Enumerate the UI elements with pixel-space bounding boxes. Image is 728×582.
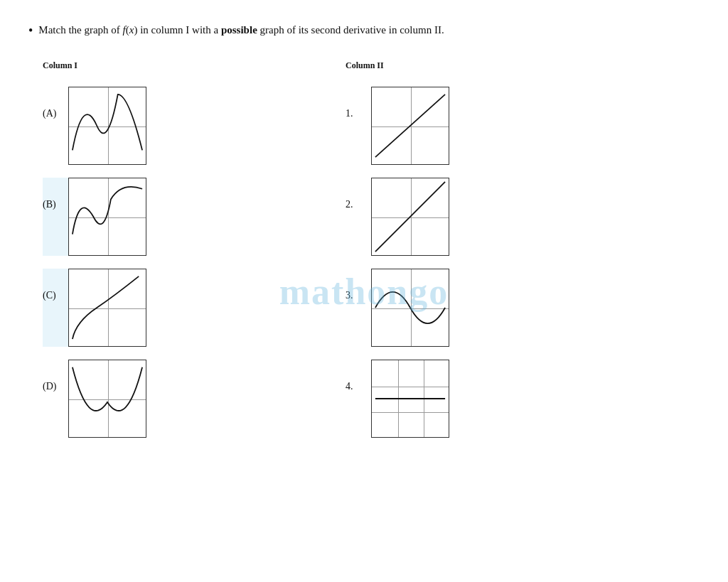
column-2: Column II 1. 2. xyxy=(346,60,449,438)
question-container: • Match the graph of f(x) in column I wi… xyxy=(28,21,700,41)
graph-1 xyxy=(371,87,449,165)
graph-row-1: 1. xyxy=(346,87,449,165)
graph-row-D: (D) xyxy=(43,360,146,438)
label-2: 2. xyxy=(346,178,365,210)
graph-A xyxy=(68,87,146,165)
column-2-label: Column II xyxy=(346,60,449,71)
graph-4 xyxy=(371,360,449,438)
svg-line-0 xyxy=(375,95,445,157)
graph-2 xyxy=(371,178,449,256)
bullet-point: • xyxy=(28,21,33,41)
svg-D xyxy=(69,360,146,437)
svg-3 xyxy=(372,269,449,346)
graph-row-C: (C) xyxy=(43,269,146,347)
svg-4 xyxy=(372,360,449,437)
label-4: 4. xyxy=(346,360,365,392)
graph-row-A: (A) xyxy=(43,87,146,165)
label-1: 1. xyxy=(346,87,365,119)
label-B: (B) xyxy=(43,178,63,210)
label-A: (A) xyxy=(43,87,63,119)
label-C: (C) xyxy=(43,269,63,301)
columns-container: Column I (A) (B) xyxy=(43,60,700,438)
question-text: Match the graph of f(x) in column I with… xyxy=(38,21,444,38)
label-D: (D) xyxy=(43,360,63,392)
svg-C xyxy=(69,269,146,346)
svg-2 xyxy=(372,178,449,255)
svg-line-1 xyxy=(375,182,445,252)
graph-C xyxy=(68,269,146,347)
column-1: Column I (A) (B) xyxy=(43,60,146,438)
graph-row-4: 4. xyxy=(346,360,449,438)
graph-D xyxy=(68,360,146,438)
graph-row-2: 2. xyxy=(346,178,449,256)
svg-B xyxy=(69,178,146,255)
label-3: 3. xyxy=(346,269,365,301)
column-1-label: Column I xyxy=(43,60,146,71)
graph-B xyxy=(68,178,146,256)
svg-1 xyxy=(372,87,449,164)
svg-A xyxy=(69,87,146,164)
graph-row-3: 3. xyxy=(346,269,449,347)
graph-row-B: (B) xyxy=(43,178,146,256)
graph-3 xyxy=(371,269,449,347)
